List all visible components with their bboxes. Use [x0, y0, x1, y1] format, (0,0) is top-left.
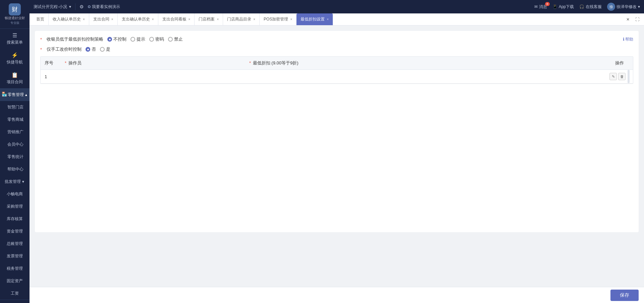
td-operator-1 — [61, 74, 245, 79]
sidebar-item-purchase[interactable]: 采购管理 — [0, 200, 30, 213]
tab-expense-contract-close[interactable]: × — [111, 17, 113, 21]
radio-password-input[interactable] — [149, 37, 154, 42]
radio-password[interactable]: 密码 — [149, 36, 164, 42]
invoice-label: 发票管理 — [7, 253, 23, 259]
sidebar-item-tax[interactable]: 税务管理 — [0, 262, 30, 275]
sidebar-logo: 财 畅捷通好业财 专业版 — [0, 0, 30, 29]
seq-header-label: 序号 — [45, 60, 53, 65]
tab-close-btn[interactable]: ✕ — [624, 15, 632, 23]
save-button[interactable]: 保存 — [610, 290, 639, 301]
sidebar-item-help[interactable]: 帮助中心 — [0, 163, 30, 175]
sidebar-item-search[interactable]: ☰ 搜索菜单 — [0, 29, 30, 49]
tab-pos-encrypt-label: POS加密管理 — [264, 16, 288, 22]
arrow-down-icon: ▼ — [21, 180, 25, 184]
tab-store-catalog-close[interactable]: × — [253, 17, 255, 21]
sidebar-item-invoice[interactable]: 发票管理 — [0, 250, 30, 262]
sidebar-item-ecommerce[interactable]: 小畅电商 — [0, 188, 30, 200]
tab-income-history-label: 收入确认单历史 — [53, 16, 81, 22]
demo-btn[interactable]: 我要看实例演示 — [88, 4, 120, 10]
user-area[interactable]: 徐 徐泽华修改 ▾ — [607, 3, 640, 11]
phone-icon: 📱 — [552, 4, 557, 9]
tab-expense-board[interactable]: 支出合同看板 × — [158, 13, 195, 26]
th-operator: * 操作员 — [61, 57, 245, 69]
message-btn[interactable]: ✉ 消息 8 — [534, 4, 547, 10]
edit-row-btn[interactable]: ✎ — [609, 73, 617, 80]
help-button[interactable]: ℹ 帮助 — [623, 37, 633, 42]
tab-store-files[interactable]: 门店档案 × — [195, 13, 223, 26]
discount-required-mark: * — [249, 60, 251, 65]
cashier-radio-group: 不控制 提示 密码 禁止 — [107, 36, 183, 42]
tab-store-catalog-label: 门店商品目录 — [227, 16, 251, 22]
sidebar-item-fixed-asset[interactable]: 固定资产 — [0, 275, 30, 287]
radio-forbid[interactable]: 禁止 — [168, 36, 183, 42]
sidebar-item-ledger[interactable]: 总账管理 — [0, 238, 30, 250]
manual-control-row: * 仅手工改价时控制 否 是 — [40, 46, 633, 52]
tab-min-discount[interactable]: 最低折扣设置 × — [297, 13, 333, 26]
capital-label: 资金管理 — [7, 229, 23, 234]
tabbar: 首页 收入确认单历史 × 支出合同 × 支出确认单历史 × 支出合同看板 × 门… — [30, 13, 644, 26]
tabbar-controls: ✕ ⛶ — [624, 15, 641, 23]
radio-prompt[interactable]: 提示 — [130, 36, 145, 42]
avatar: 徐 — [607, 3, 615, 11]
sidebar-item-project[interactable]: 📋 项目合同 — [0, 68, 30, 88]
headset-icon: 🎧 — [579, 4, 584, 9]
project-selector[interactable]: 测试分开完程-小况 ▾ — [34, 4, 71, 10]
sidebar-item-retail-stats[interactable]: 零售统计 — [0, 151, 30, 163]
tab-home[interactable]: 首页 — [32, 13, 49, 26]
sidebar-item-retail[interactable]: 🏪 零售管理 ▲ — [0, 88, 30, 101]
fixed-asset-label: 固定资产 — [7, 278, 23, 284]
radio-no-input[interactable] — [86, 47, 90, 52]
table-header: 序号 * 操作员 * 最低折扣 (9.00等于9折) 操作 — [41, 57, 633, 70]
radio-prompt-label: 提示 — [137, 36, 145, 42]
radio-no-control-input[interactable] — [107, 37, 112, 42]
radio-yes-label: 是 — [106, 46, 110, 52]
sidebar-item-capital[interactable]: 资金管理 — [0, 225, 30, 238]
radio-forbid-input[interactable] — [168, 37, 173, 42]
edition-label: 专业版 — [10, 21, 19, 25]
ledger-label: 总账管理 — [7, 241, 23, 247]
arrow-icon: ▲ — [24, 93, 28, 97]
online-service-btn[interactable]: 🎧 在线客服 — [579, 4, 602, 10]
sidebar-item-nav[interactable]: ⚡ 快捷导航 — [0, 49, 30, 68]
sidebar-item-smart-store[interactable]: 智慧门店 — [0, 101, 30, 113]
radio-yes[interactable]: 是 — [100, 46, 110, 52]
footer: 保存 — [30, 287, 644, 303]
radio-forbid-label: 禁止 — [174, 36, 183, 42]
tab-pos-encrypt-close[interactable]: × — [290, 17, 292, 21]
tab-min-discount-close[interactable]: × — [327, 17, 329, 21]
topbar-settings-btn[interactable]: ⚙ — [79, 4, 84, 9]
tab-pos-encrypt[interactable]: POS加密管理 × — [260, 13, 297, 26]
sidebar-item-member[interactable]: 会员中心 — [0, 138, 30, 151]
radio-prompt-input[interactable] — [130, 37, 135, 42]
sidebar-item-retail-mall[interactable]: 零售商城 — [0, 113, 30, 126]
tab-expense-contract-label: 支出合同 — [93, 16, 109, 22]
sidebar-item-marketing[interactable]: 营销推广 — [0, 126, 30, 138]
sidebar-item-wholesale[interactable]: 批发管理 ▼ — [0, 175, 30, 188]
operator-header-label: 操作员 — [68, 60, 82, 65]
th-seq: 序号 — [41, 57, 61, 69]
tab-expand-btn[interactable]: ⛶ — [633, 15, 641, 23]
tab-expense-history-close[interactable]: × — [152, 17, 154, 21]
tab-store-files-close[interactable]: × — [217, 17, 219, 21]
tab-expense-contract[interactable]: 支出合同 × — [89, 13, 118, 26]
app-download-btn[interactable]: 📱 App下载 — [552, 4, 574, 10]
delete-row-btn[interactable]: 🗑 — [618, 73, 626, 80]
tab-income-history-close[interactable]: × — [83, 17, 85, 21]
tab-expense-history[interactable]: 支出确认单历史 × — [118, 13, 158, 26]
app-download-label: App下载 — [559, 4, 574, 10]
main-area: 测试分开完程-小况 ▾ ⚙ 我要看实例演示 ✉ 消息 8 📱 App下载 🎧 在… — [30, 0, 644, 303]
user-name: 徐泽华修改 — [616, 4, 637, 10]
radio-no-control[interactable]: 不控制 — [107, 36, 126, 42]
th-action: 操作 — [606, 57, 633, 69]
tab-min-discount-label: 最低折扣设置 — [301, 16, 325, 22]
radio-yes-input[interactable] — [100, 47, 105, 52]
cashier-control-label: 收银员低于最低折扣控制策略 — [47, 36, 103, 42]
sidebar-item-salary[interactable]: 工资 — [0, 287, 30, 300]
radio-no-label: 否 — [92, 46, 96, 52]
tab-income-history[interactable]: 收入确认单历史 × — [49, 13, 89, 26]
tab-store-catalog[interactable]: 门店商品目录 × — [223, 13, 260, 26]
sidebar-item-inventory[interactable]: 库存核算 — [0, 213, 30, 225]
tab-expense-board-close[interactable]: × — [189, 17, 191, 21]
radio-no[interactable]: 否 — [86, 46, 96, 52]
marketing-label: 营销推广 — [7, 129, 23, 135]
